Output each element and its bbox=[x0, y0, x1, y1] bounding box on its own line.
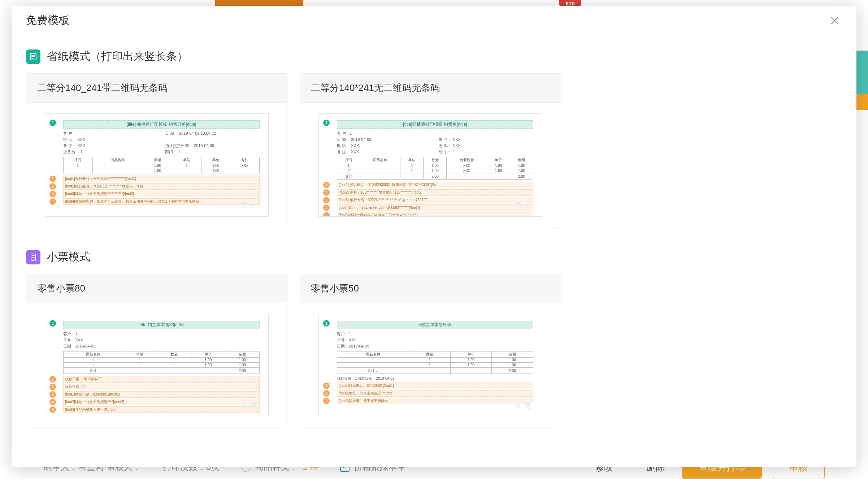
preview-table-cell: 1 bbox=[64, 363, 123, 368]
preview-meta-cell: 单 号： XXX bbox=[439, 137, 533, 142]
preview-meta-cell: 日期：2019-04-09 bbox=[63, 344, 158, 349]
preview-table-cell: 1 bbox=[337, 358, 409, 363]
preview-table-cell bbox=[172, 168, 201, 173]
preview-table-header: 数量 bbox=[143, 157, 172, 163]
preview-badge-icon: 5 bbox=[49, 406, 56, 413]
preview-table-header: 包装数量 bbox=[447, 157, 487, 163]
preview-table-cell bbox=[360, 168, 400, 173]
preview-meta-cell: 客户：1 bbox=[63, 331, 158, 337]
preview-table-header: 商品名称 bbox=[92, 157, 143, 163]
preview-footer-line: [foot3] 银行卡号：62226 **** **** **** 户名：bao… bbox=[337, 197, 533, 203]
preview-table-cell bbox=[92, 168, 143, 173]
preview-meta-cell: 备 注： XXX bbox=[337, 149, 431, 155]
preview-footer-line: 收款金额：1 bbox=[63, 384, 260, 390]
preview-table-header: 单位 bbox=[400, 157, 424, 163]
preview-watermark: 表尾 bbox=[515, 401, 533, 410]
preview-table-header: 序号 bbox=[64, 157, 93, 163]
template-card-title: 二等分140_241带二维码无条码 bbox=[26, 74, 287, 103]
preview-meta-cell bbox=[439, 131, 533, 136]
preview-table-cell: 1.00 bbox=[487, 168, 510, 173]
preview-badge-icon: 1 bbox=[323, 383, 330, 389]
preview-title: e]销货单零售50[/t] bbox=[337, 321, 533, 329]
preview-meta-cell bbox=[165, 331, 260, 337]
preview-table-cell: 1 bbox=[64, 358, 123, 363]
preview-table-row: 合计2.00 bbox=[64, 368, 260, 374]
template-card[interactable]: 二等分140_241带二维码无条码1[title] 畅捷通打印模板 销售订单[/… bbox=[26, 73, 287, 228]
preview-table-header: 序号 bbox=[337, 157, 360, 163]
preview-badge-icon: 3 bbox=[323, 398, 330, 404]
preview-badge-icon: 3 bbox=[49, 191, 56, 197]
preview-badge-icon: 5 bbox=[323, 212, 330, 217]
preview-table-row: 合计2.002.00 bbox=[337, 173, 533, 180]
preview-meta-cell: 电 话： XXX bbox=[63, 137, 158, 142]
preview-table-header: 商品名称 bbox=[337, 351, 409, 358]
preview-table-cell: 1 bbox=[157, 363, 191, 368]
preview-table-row: 11.0011.00XXX bbox=[64, 163, 260, 168]
preview-table-cell: 1.00 bbox=[510, 168, 533, 173]
preview-meta-cell: 经 手： 1 bbox=[439, 149, 533, 155]
template-card-title: 零售小票80 bbox=[26, 274, 287, 303]
preview-table: 商品名称数量单价金额111.001.00111.001.00合计：2.00 bbox=[337, 351, 533, 374]
preview-badge-icon: 4 bbox=[323, 204, 330, 211]
template-card[interactable]: 二等分140*241无二维码无条码1[title]畅捷通打印模板 销货单[/ti… bbox=[300, 73, 561, 228]
modal-title: 免费模板 bbox=[26, 13, 69, 28]
preview-table-cell bbox=[360, 163, 400, 168]
preview-table-header: 数量 bbox=[424, 157, 447, 163]
modal-body[interactable]: 省纸模式（打印出来竖长条）二等分140_241带二维码无条码1[title] 畅… bbox=[12, 35, 856, 467]
preview-table-header: 商品名称 bbox=[64, 351, 123, 358]
preview-badge-icon: 3 bbox=[323, 197, 330, 203]
preview-table-cell: 1.00 bbox=[191, 358, 225, 363]
preview-table: 序号商品名称单位数量包装数量单价金额111.00XXX1.001.00211.0… bbox=[337, 157, 533, 180]
preview-table-cell: 1.00 bbox=[191, 363, 225, 368]
preview-table-cell: 合计 bbox=[64, 368, 123, 374]
template-card[interactable]: 零售小票501e]销货单零售50[/t]客户：1单号：XXX日期：2019-04… bbox=[300, 274, 561, 428]
preview-badge-icon: 3 bbox=[49, 391, 56, 398]
preview-table-row: 1.001.00 bbox=[64, 168, 260, 173]
preview-table-cell: 1.00 bbox=[225, 363, 260, 368]
preview-table-cell: 1 bbox=[157, 358, 191, 363]
preview-title: [title]销货单零售80[/title] bbox=[63, 321, 260, 329]
preview-watermark: 表尾 bbox=[241, 200, 260, 210]
preview-table-row: 111.00XXX1.001.00 bbox=[337, 163, 533, 168]
template-card[interactable]: 零售小票801[title]销货单零售80[/title]客户：1单号：XXX日… bbox=[26, 274, 287, 428]
preview-table-row: 111.001.00 bbox=[337, 358, 533, 363]
modal-header: 免费模板 bbox=[12, 6, 856, 35]
preview-table-cell: 1.00 bbox=[450, 363, 492, 368]
preview-table: 序号商品名称数量单位单价备注11.0011.00XXX1.001.00 bbox=[63, 157, 260, 173]
preview-meta-cell: 单号：XXX bbox=[337, 337, 431, 343]
modal-close-button[interactable] bbox=[828, 13, 842, 28]
preview-meta-cell bbox=[165, 344, 260, 349]
preview-table-header: 单价 bbox=[487, 157, 510, 163]
preview-table-row: 211.00XXX1.001.00 bbox=[337, 168, 533, 173]
preview-table-header: 金额 bbox=[225, 351, 260, 358]
preview-table-cell: XXX bbox=[447, 163, 487, 168]
preview-table-cell bbox=[409, 368, 451, 374]
preview-table-cell: 1.00 bbox=[201, 168, 230, 173]
template-card-title: 二等分140*241无二维码无条码 bbox=[300, 74, 561, 103]
preview-table-cell: 1.00 bbox=[424, 163, 447, 168]
free-templates-modal: 免费模板 省纸模式（打印出来竖长条）二等分140_241带二维码无条码1[tit… bbox=[12, 6, 856, 467]
preview-badge-icon: 1 bbox=[323, 120, 330, 126]
preview-table-cell bbox=[487, 173, 510, 180]
preview-title: [title]畅捷通打印模板 销货单[/title] bbox=[337, 120, 533, 129]
preview-table-header: 单价 bbox=[450, 351, 492, 358]
preview-table-cell: 1 bbox=[337, 363, 409, 368]
preview-table-cell: 1 bbox=[400, 163, 424, 168]
preview-meta-cell: 单号：XXX bbox=[63, 337, 158, 343]
preview-meta: 客户：1单号：XXX日期：2019-04-09 bbox=[337, 331, 533, 349]
preview-table-cell bbox=[230, 168, 260, 173]
template-card-body: 1e]销货单零售50[/t]客户：1单号：XXX日期：2019-04-09商品名… bbox=[300, 303, 561, 428]
preview-watermark: 表尾 bbox=[515, 200, 533, 210]
preview-meta-cell: 电 话： XXX bbox=[337, 143, 431, 148]
preview-table-cell: 合计 bbox=[337, 173, 360, 180]
preview-badge-icon: 1 bbox=[323, 320, 330, 327]
template-card-body: 1[title]畅捷通打印模板 销货单[/title]客 户：1日 期： 201… bbox=[300, 103, 561, 228]
section-title: 省纸模式（打印出来竖长条） bbox=[47, 49, 188, 64]
preview-table-cell: 1 bbox=[409, 358, 451, 363]
preview-meta-cell: 客 户：1 bbox=[337, 131, 431, 136]
preview-badge-icon: 4 bbox=[49, 399, 56, 405]
preview-title: [title] 畅捷通打印模板 销售订单[/title] bbox=[63, 120, 260, 129]
preview-footer-line: [foot4]网址：hsy.chanjet.com QQ:593*******[… bbox=[337, 204, 533, 211]
preview-table-cell bbox=[123, 368, 157, 374]
template-card-body: 1[title]销货单零售80[/title]客户：1单号：XXX日期：2019… bbox=[26, 303, 287, 428]
